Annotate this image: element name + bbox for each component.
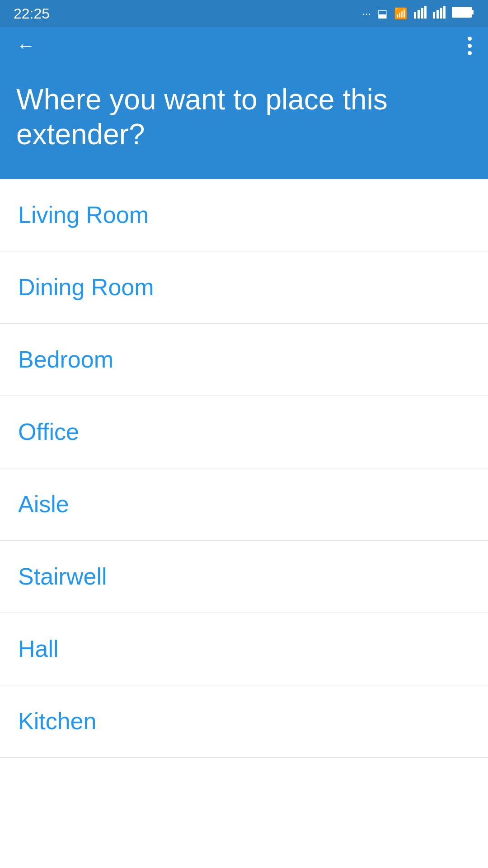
- list-item-aisle[interactable]: Aisle: [0, 468, 488, 541]
- svg-rect-1: [418, 10, 420, 19]
- list-item-label-office: Office: [18, 418, 79, 445]
- svg-rect-5: [436, 10, 439, 19]
- list-item-label-kitchen: Kitchen: [18, 708, 96, 735]
- svg-rect-0: [414, 12, 416, 19]
- list-item-kitchen[interactable]: Kitchen: [0, 685, 488, 758]
- wifi-icon: 📶: [394, 7, 408, 20]
- list-item-office[interactable]: Office: [0, 396, 488, 468]
- svg-rect-3: [424, 6, 427, 19]
- signal1-icon: [414, 6, 427, 21]
- more-menu-button[interactable]: [468, 37, 472, 55]
- back-button[interactable]: ←: [16, 36, 35, 55]
- bluetooth-icon: ⬓: [377, 7, 388, 20]
- app-bar-top: ←: [16, 36, 472, 55]
- svg-rect-7: [443, 6, 446, 19]
- room-list: Living RoomDining RoomBedroomOfficeAisle…: [0, 179, 488, 758]
- list-item-living-room[interactable]: Living Room: [0, 179, 488, 251]
- dots-icon: ···: [362, 7, 371, 20]
- svg-rect-4: [433, 12, 435, 19]
- list-item-label-dining-room: Dining Room: [18, 274, 154, 301]
- more-dot-2: [468, 44, 472, 48]
- more-dot-3: [468, 51, 472, 55]
- app-bar: ← Where you want to place this extender?: [0, 27, 488, 179]
- list-item-label-bedroom: Bedroom: [18, 346, 113, 373]
- svg-rect-6: [440, 8, 442, 19]
- signal2-icon: [433, 6, 446, 21]
- list-item-stairwell[interactable]: Stairwell: [0, 541, 488, 613]
- battery-icon: [452, 6, 474, 21]
- list-item-label-stairwell: Stairwell: [18, 563, 107, 590]
- list-item-label-living-room: Living Room: [18, 201, 149, 228]
- list-item-dining-room[interactable]: Dining Room: [0, 251, 488, 324]
- list-item-hall[interactable]: Hall: [0, 613, 488, 685]
- status-bar: 22:25 ··· ⬓ 📶: [0, 0, 488, 27]
- svg-rect-9: [472, 10, 474, 14]
- list-item-bedroom[interactable]: Bedroom: [0, 324, 488, 396]
- list-item-label-aisle: Aisle: [18, 491, 69, 518]
- more-dot-1: [468, 37, 472, 41]
- list-item-label-hall: Hall: [18, 635, 59, 662]
- page-title: Where you want to place this extender?: [16, 82, 400, 152]
- svg-rect-8: [452, 7, 472, 17]
- svg-rect-2: [421, 8, 423, 19]
- status-icons: ··· ⬓ 📶: [362, 6, 474, 21]
- status-time: 22:25: [14, 5, 50, 22]
